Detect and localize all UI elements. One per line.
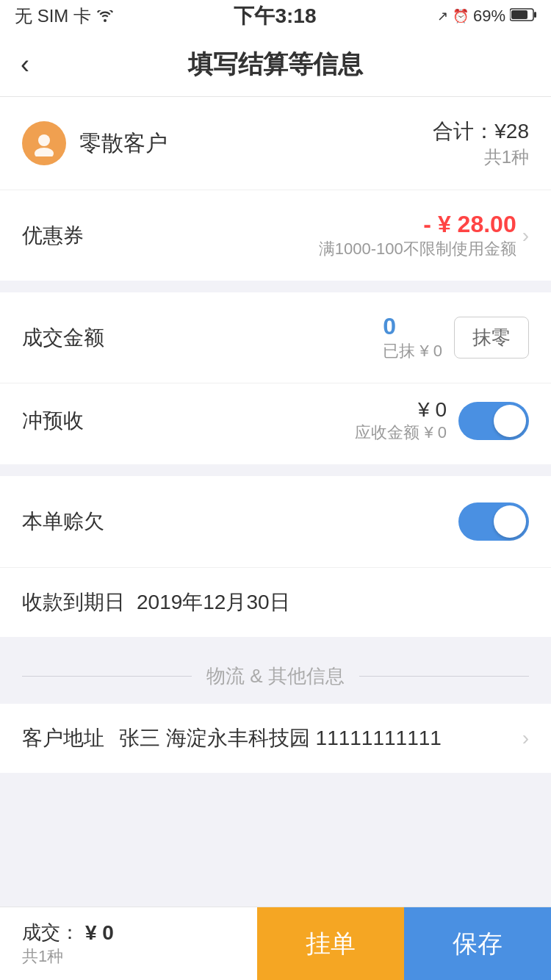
prepay-toggle[interactable] [458, 402, 529, 440]
location-icon: ↗ [437, 8, 448, 24]
customer-name: 零散客户 [79, 129, 168, 159]
transaction-sub: 已抹 ¥ 0 [383, 340, 442, 362]
customer-row: 零散客户 合计：¥28 共1种 [0, 97, 551, 190]
debt-row: 本单赊欠 [0, 476, 551, 567]
bottom-bar: 成交： ¥ 0 共1种 挂单 保存 [0, 907, 551, 980]
page-title: 填写结算等信息 [188, 48, 363, 82]
svg-rect-1 [534, 12, 536, 18]
toggle-knob [494, 405, 526, 437]
address-row[interactable]: 客户地址 张三 海淀永丰科技园 11111111111 › [0, 704, 551, 773]
transaction-right: 0 已抹 ¥ 0 抹零 [383, 313, 529, 362]
duedate-label: 收款到期日 [22, 588, 125, 616]
svg-rect-2 [511, 10, 527, 19]
divider-line-left [22, 676, 192, 677]
main-content: 零散客户 合计：¥28 共1种 优惠券 - ¥ 28.00 满1000-100不… [0, 97, 551, 920]
customer-info: 零散客户 [22, 121, 168, 165]
transaction-value: 0 [383, 313, 396, 339]
coupon-right: - ¥ 28.00 满1000-100不限制使用金额 › [319, 211, 529, 260]
debt-section: 本单赊欠 收款到期日 2019年12月30日 [0, 476, 551, 637]
svg-point-3 [38, 134, 50, 146]
logistics-label: 物流 & 其他信息 [192, 663, 359, 689]
battery-percent: 69% [473, 7, 505, 26]
battery-icon [510, 7, 536, 26]
customer-total: 合计：¥28 [433, 118, 529, 145]
back-button[interactable]: ‹ [21, 49, 29, 80]
coupon-amount: - ¥ 28.00 [423, 211, 516, 237]
status-bar: 无 SIM 卡 下午3:18 ↗ ⏰ 69% [0, 0, 551, 32]
coupon-row[interactable]: 优惠券 - ¥ 28.00 满1000-100不限制使用金额 › [0, 190, 551, 281]
bottom-count: 共1种 [22, 945, 235, 968]
debt-toggle[interactable] [458, 502, 529, 541]
nav-bar: ‹ 填写结算等信息 [0, 32, 551, 97]
coupon-label: 优惠券 [22, 222, 84, 250]
debt-label: 本单赊欠 [22, 508, 104, 536]
customer-total-info: 合计：¥28 共1种 [433, 118, 529, 169]
prepay-sub-amount: 应收金额 ¥ 0 [355, 422, 447, 444]
save-button[interactable]: 保存 [404, 907, 551, 980]
chevron-right-icon: › [522, 224, 529, 248]
duedate-value: 2019年12月30日 [137, 588, 290, 616]
alarm-icon: ⏰ [453, 8, 469, 24]
status-time: 下午3:18 [234, 2, 316, 30]
customer-section: 零散客户 合计：¥28 共1种 优惠券 - ¥ 28.00 满1000-100不… [0, 97, 551, 281]
coupon-desc: 满1000-100不限制使用金额 [319, 238, 516, 260]
address-chevron-icon: › [522, 727, 529, 750]
customer-count: 共1种 [433, 145, 529, 169]
round-button[interactable]: 抹零 [454, 317, 529, 359]
address-label: 客户地址 [22, 724, 104, 752]
address-value: 张三 海淀永丰科技园 11111111111 [119, 724, 522, 752]
prepay-right: ¥ 0 应收金额 ¥ 0 [355, 398, 529, 444]
transaction-label: 成交金额 [22, 324, 104, 352]
deal-label: 成交： [22, 920, 79, 945]
duedate-row: 收款到期日 2019年12月30日 [0, 567, 551, 637]
bottom-info: 成交： ¥ 0 共1种 [0, 920, 257, 968]
avatar [22, 121, 66, 165]
empty-space [0, 773, 551, 920]
svg-point-4 [35, 148, 54, 156]
prepay-row: 冲预收 ¥ 0 应收金额 ¥ 0 [0, 383, 551, 464]
address-section: 客户地址 张三 海淀永丰科技园 11111111111 › [0, 704, 551, 773]
bottom-deal: 成交： ¥ 0 [22, 920, 235, 945]
divider-line-right [359, 676, 529, 677]
transaction-row: 成交金额 0 已抹 ¥ 0 抹零 [0, 292, 551, 383]
prepay-label: 冲预收 [22, 407, 84, 435]
debt-toggle-knob [494, 505, 526, 538]
pending-button[interactable]: 挂单 [257, 907, 404, 980]
logistics-divider: 物流 & 其他信息 [0, 649, 551, 704]
no-sim-label: 无 SIM 卡 [15, 4, 91, 28]
status-right: ↗ ⏰ 69% [437, 7, 536, 26]
wifi-icon [97, 6, 113, 26]
deal-amount: ¥ 0 [85, 921, 114, 945]
prepay-amounts: ¥ 0 应收金额 ¥ 0 [355, 398, 447, 444]
status-left: 无 SIM 卡 [15, 4, 113, 28]
prepay-main-amount: ¥ 0 [355, 398, 447, 422]
transaction-section: 成交金额 0 已抹 ¥ 0 抹零 冲预收 ¥ 0 应收金额 ¥ 0 [0, 292, 551, 464]
